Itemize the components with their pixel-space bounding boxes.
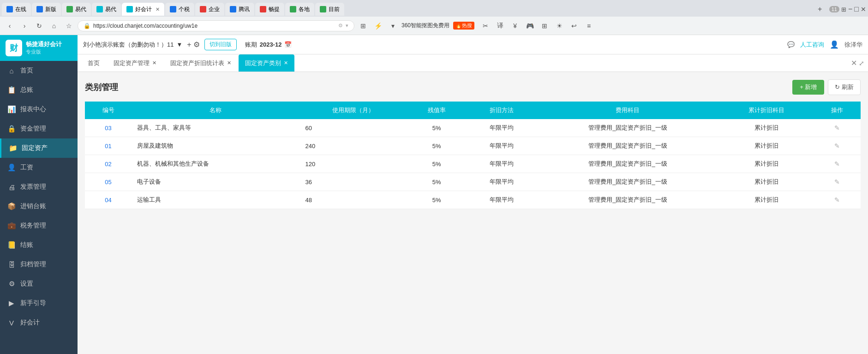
sidebar-item-总账[interactable]: 📋 总账 [0, 80, 78, 100]
sidebar-icon-4: 📁 [9, 144, 17, 152]
back-button[interactable]: ‹ [4, 20, 16, 32]
sidebar-item-进销台账[interactable]: 📦 进销台账 [0, 197, 78, 216]
browser-tab-10[interactable]: 目前 [315, 3, 344, 16]
bookmark-button[interactable]: ☆ [63, 20, 75, 32]
cell-period-4: 48 [300, 191, 407, 209]
code-link-0[interactable]: 03 [105, 125, 111, 132]
table-header-3: 残值率 [407, 102, 466, 119]
expand-address-icon[interactable]: ▾ [346, 23, 348, 29]
edit-button-1[interactable]: ✎ [834, 142, 840, 150]
forward-button[interactable]: › [18, 20, 30, 32]
browser-tab-7[interactable]: 腾讯 [225, 3, 254, 16]
sidebar-item-结账[interactable]: 📒 结账 [0, 235, 78, 255]
code-link-1[interactable]: 01 [105, 143, 111, 150]
address-dropdown-icon[interactable]: ▾ [387, 20, 399, 32]
sidebar-item-设置[interactable]: ⚙ 设置 [0, 274, 78, 294]
logo-text: 畅捷通好会计 [26, 41, 62, 48]
hot-badge[interactable]: 🔥热搜 [453, 22, 474, 30]
grid-icon[interactable]: ⊞ [538, 19, 551, 32]
games-icon[interactable]: 🎮 [523, 19, 536, 32]
content-tab-2[interactable]: 固定资产折旧统计表 ✕ [164, 54, 238, 72]
browser-tab-0[interactable]: 在线 [2, 3, 31, 16]
content-tab-1[interactable]: 固定资产管理 ✕ [107, 54, 163, 72]
cell-expense-0: 管理费用_固定资产折旧_一级 [537, 119, 719, 137]
content-tab-3[interactable]: 固定资产类别 ✕ [239, 54, 294, 72]
home-button[interactable]: ⌂ [48, 20, 60, 32]
add-account-icon[interactable]: + [187, 41, 191, 49]
tab-icon-3 [96, 6, 103, 12]
browser-tab-4[interactable]: 好会计 ✕ [122, 3, 164, 16]
browser-tab-9[interactable]: 各地 [285, 3, 314, 16]
browser-tab-6[interactable]: 企业 [195, 3, 224, 16]
close-content-tab-3[interactable]: ✕ [284, 60, 288, 66]
close-content-tab-1[interactable]: ✕ [152, 60, 156, 66]
settings-gear-icon[interactable]: ⚙ [193, 40, 200, 49]
edit-button-2[interactable]: ✎ [834, 160, 840, 168]
cell-action-4: ✎ [814, 191, 861, 209]
new-tab-button[interactable]: + [814, 3, 826, 16]
table-row: 01 房屋及建筑物 240 5% 年限平均 管理费用_固定资产折旧_一级 累计折… [85, 137, 861, 155]
sidebar-item-发票管理[interactable]: 🖨 发票管理 [0, 177, 78, 197]
expand-panel-icon[interactable]: ⤢ [859, 60, 864, 67]
browser-tab-5[interactable]: 个税 [165, 3, 194, 16]
refresh-button[interactable]: ↻ 刷新 [828, 79, 861, 95]
close-tab-4[interactable]: ✕ [156, 6, 160, 12]
consult-label[interactable]: 人工咨询 [800, 41, 824, 49]
browser-tab-3[interactable]: 易代 [92, 3, 121, 16]
code-link-3[interactable]: 05 [105, 179, 111, 186]
content-tab-0[interactable]: 首页 [81, 54, 106, 72]
reload-button[interactable]: ↻ [33, 20, 45, 32]
address-bar[interactable]: 🔒 https://cloud.chanjet.com/accounting/u… [78, 20, 354, 31]
period-info: 账期 2023-12 📅 [245, 41, 292, 49]
undo-icon[interactable]: ↩ [568, 19, 581, 32]
browser-tab-2[interactable]: 易代 [62, 3, 91, 16]
code-link-4[interactable]: 04 [105, 197, 111, 204]
sidebar-item-报表中心[interactable]: 📊 报表中心 [0, 100, 78, 119]
tab-more-icon[interactable]: ⊞ [841, 6, 846, 13]
sidebar-item-新手引导[interactable]: ▶ 新手引导 [0, 294, 78, 313]
menu-icon[interactable]: ≡ [582, 19, 595, 32]
sidebar-item-首页[interactable]: ⌂ 首页 [0, 61, 78, 80]
sidebar-item-工资[interactable]: 👤 工资 [0, 158, 78, 177]
user-dropdown-icon[interactable]: ▼ [176, 41, 182, 48]
cell-acc-1: 累计折旧 [718, 137, 814, 155]
cell-code-2: 02 [85, 155, 132, 173]
sidebar-label-5: 工资 [20, 163, 70, 172]
wallet-icon[interactable]: ¥ [509, 19, 521, 32]
nav-right-buttons: ✂ 译 ¥ 🎮 ⊞ ☀ ↩ ≡ [479, 19, 595, 32]
nav-bar: ‹ › ↻ ⌂ ☆ 🔒 https://cloud.chanjet.com/ac… [0, 17, 868, 35]
sidebar-item-税务管理[interactable]: 💼 税务管理 [0, 216, 78, 235]
translate-icon[interactable]: 译 [494, 19, 507, 32]
switch-version-button[interactable]: 切到旧版 [204, 39, 237, 50]
content-tab-label-2: 固定资产折旧统计表 [170, 59, 224, 67]
browser-tab-1[interactable]: 新版 [32, 3, 61, 16]
cell-acc-3: 累计折旧 [718, 173, 814, 191]
tab-icon-0 [6, 6, 13, 12]
tab-icon-4 [126, 6, 133, 12]
sidebar-item-资金管理[interactable]: 🔒 资金管理 [0, 119, 78, 138]
scissors-icon[interactable]: ✂ [479, 19, 492, 32]
code-link-2[interactable]: 02 [105, 161, 111, 168]
cell-acc-0: 累计折旧 [718, 119, 814, 137]
sidebar-label-9: 结账 [20, 241, 70, 249]
edit-button-0[interactable]: ✎ [834, 124, 840, 132]
brightness-icon[interactable]: ☀ [553, 19, 566, 32]
add-button[interactable]: + 新增 [792, 80, 824, 95]
calendar-icon[interactable]: 📅 [284, 41, 292, 48]
close-content-tab-2[interactable]: ✕ [227, 60, 231, 66]
tab-label-0: 在线 [15, 6, 26, 13]
browser-tab-8[interactable]: 畅提 [255, 3, 284, 16]
sidebar-item-好会计[interactable]: V 好会计 [0, 313, 78, 332]
edit-button-3[interactable]: ✎ [834, 178, 840, 186]
close-window-icon[interactable]: ✕ [861, 6, 866, 13]
minimize-icon[interactable]: − [848, 5, 852, 13]
sidebar: 财 畅捷通好会计 专业版 ⌂ 首页📋 总账📊 报表中心🔒 资金管理📁 固定资产👤… [0, 35, 78, 354]
sidebar-item-归档管理[interactable]: 🗄 归档管理 [0, 255, 78, 274]
cell-action-2: ✎ [814, 155, 861, 173]
maximize-icon[interactable]: □ [854, 5, 859, 13]
edit-button-4[interactable]: ✎ [834, 196, 840, 204]
extensions-icon[interactable]: ⊞ [357, 20, 369, 32]
sidebar-item-固定资产[interactable]: 📁 固定资产 [0, 138, 78, 158]
boost-icon[interactable]: ⚡ [372, 20, 384, 32]
close-panel-icon[interactable]: ✕ [851, 59, 857, 67]
